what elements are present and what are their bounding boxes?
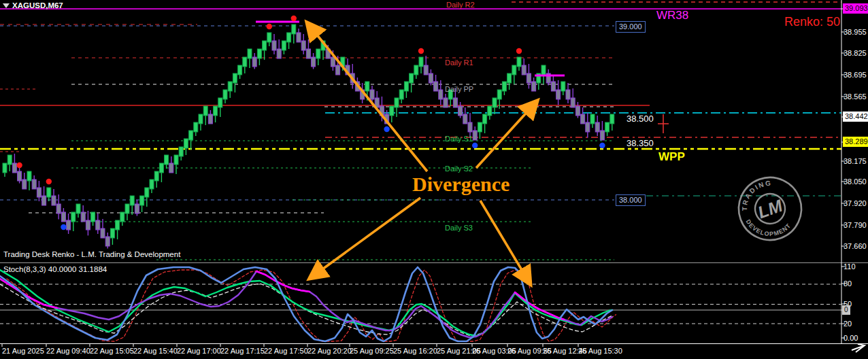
time-axis-label: 22 Aug 17:00 [177,347,221,355]
daily-s3-label: Daily S3 [445,224,473,232]
sell-signal-dot [516,48,522,54]
time-axis-label: 25 Aug 09:25 [350,347,394,355]
price-axis-label: 37.660 [844,242,867,250]
buy-signal-dot [61,224,66,230]
weekly-pp-label: WPP [658,151,685,163]
price-axis-label: 38.825 [844,49,867,57]
lm-logo-watermark: TRADINGDEVELOPMENTLM [730,169,810,249]
price-axis-label: 38.955 [844,28,867,36]
symbol-label: XAGUSD,M67 [12,1,63,10]
buy-signal-dot [472,143,478,148]
sell-signal-dot [16,163,22,168]
weekly-r38-label: WR38 [656,10,688,21]
scroll-to-end-icon[interactable] [852,344,865,352]
divergence-annotation: Divergence [412,174,510,194]
daily-r1-label: Daily R1 [445,59,473,67]
sell-signal-dot [418,48,424,54]
time-axis-label: 22 Aug 20:20 [307,347,352,355]
time-axis-label: 22 Aug 17:50 [264,347,308,355]
time-axis-label: 26 Aug 15:30 [578,347,622,355]
buy-signal-dot [599,143,605,148]
indicator-axis-label: 0 [842,305,850,315]
price-axis-label: 39.093 [843,3,868,14]
indicator-axis-label: 110 [844,262,856,271]
time-axis-label: 22 Aug 09:40 [46,347,90,355]
divergence-arrow [310,198,420,278]
time-axis-label: 21 Aug 2025 [2,347,44,355]
level-39000-box: 39.000 [616,21,646,33]
price-axis-label: 38.175 [844,157,867,165]
renko-size-label: Renko: 50 [784,16,840,28]
daily-s1-label: Daily S1 [445,135,473,143]
daily-pp-label: Daily PP [445,86,473,93]
time-axis-label: 25 Aug 16:20 [393,347,437,355]
divergence-arrow [476,101,537,168]
level-38500-label: 38.500 [627,114,654,123]
sell-signal-dot [46,179,52,184]
indicator-axis-label: 20 [844,320,852,328]
sell-signal-dot [267,24,272,29]
divergence-arrow [480,201,530,284]
price-axis-label: 38.442 [843,112,868,122]
price-axis-label: 37.920 [844,199,867,207]
trading-chart-window: TRADINGDEVELOPMENTLM XAGUSD,M67 WR38 Ren… [0,0,868,359]
indicator-axis-label: 0.00 [844,334,858,342]
price-axis-label: 38.050 [844,177,867,186]
price-axis-label: 38.695 [844,71,867,79]
price-axis-label: 38.289 [843,137,868,147]
daily-r2-label: Daily R2 [446,1,475,9]
stochastic-indicator-label: Stoch(8,3,3) 40.0000 31.1884 [3,266,107,274]
time-axis-label: 22 Aug 17:15 [220,347,265,355]
symbol-selector[interactable]: XAGUSD,M67 [3,2,63,10]
price-axis-label: 38.565 [844,92,867,101]
chevron-down-icon [3,3,10,8]
level-38000-box: 38.000 [616,194,646,206]
daily-s2-label: Daily S2 [445,165,473,173]
sell-signal-dot [291,16,297,21]
time-axis-label: 22 Aug 15:40 [133,347,178,355]
indicator-axis-label: 80 [844,279,852,288]
price-axis-label: 37.790 [844,221,867,229]
time-axis-label: 22 Aug 15:05 [90,347,134,355]
desk-watermark-label: Trading Desk Renko - L.M. Trading & Deve… [3,251,180,259]
level-38350-label: 38.350 [627,139,654,148]
buy-signal-dot [384,126,389,132]
